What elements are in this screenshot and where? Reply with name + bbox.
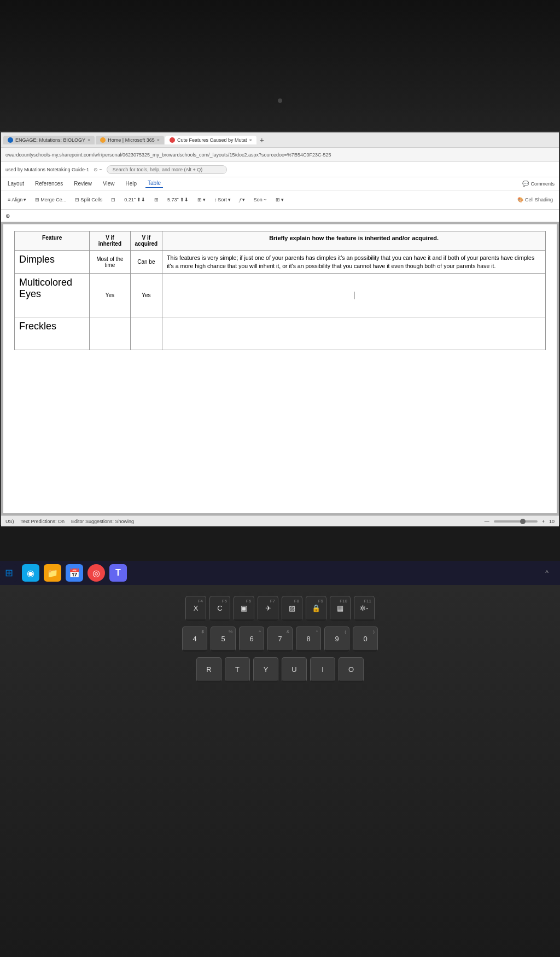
cell-shading-button[interactable]: 🎨 Cell Shading <box>515 196 556 204</box>
sort-button[interactable]: ↕ Sort ▾ <box>211 195 234 204</box>
table-row-multicolored-eyes: Multicolored Eyes Yes Yes <box>15 274 546 317</box>
key-5[interactable]: % 5 <box>211 627 236 652</box>
table-grid-icon: ⊞ <box>197 197 202 202</box>
key-f10[interactable]: F10 ▦ <box>330 596 351 621</box>
chrome-taskbar-icon[interactable]: ◎ <box>88 564 105 582</box>
version-indicator: ⊙ ~ <box>94 167 102 172</box>
width-field[interactable]: 5.73" ⬆⬇ <box>164 195 192 204</box>
menu-references[interactable]: References <box>33 179 65 188</box>
edge-taskbar-icon[interactable]: ◉ <box>22 564 39 582</box>
new-tab-button[interactable]: + <box>260 136 264 144</box>
key-9[interactable]: ( 9 <box>324 627 349 652</box>
key-0[interactable]: ) 0 <box>353 627 378 652</box>
align-button[interactable]: ≡ Align ▾ <box>4 195 30 204</box>
zoom-thumb[interactable] <box>520 519 526 524</box>
borders-button[interactable]: ⊞ ▾ <box>272 195 287 204</box>
key-f5[interactable]: F5 C <box>209 596 230 621</box>
explain-multicolored[interactable] <box>162 274 546 317</box>
tab-label-cute: Cute Features Caused by Mutat <box>177 137 247 143</box>
key-o[interactable]: O <box>339 657 364 682</box>
key-u[interactable]: U <box>282 657 307 682</box>
plus-zoom[interactable]: + <box>542 519 545 524</box>
tab-close-m365[interactable]: × <box>157 137 160 143</box>
explain-freckles[interactable] <box>162 317 546 350</box>
tab-engage[interactable]: ENGAGE: Mutations: BIOLOGY × <box>3 136 95 144</box>
menu-help[interactable]: Help <box>123 179 139 188</box>
document-content[interactable]: Feature V ifinherited V ifacquired Brief… <box>3 224 557 513</box>
menu-table[interactable]: Table <box>145 179 163 188</box>
zoom-value: 10 <box>549 519 555 524</box>
menu-review[interactable]: Review <box>72 179 94 188</box>
key-f9[interactable]: F9 🔒 <box>306 596 326 621</box>
key-8[interactable]: * 8 <box>296 627 321 652</box>
col-header-feature: Feature <box>15 231 90 251</box>
key-i-main: I <box>322 665 324 674</box>
sort-icon: ↕ <box>214 197 217 202</box>
tab-cute-features[interactable]: Cute Features Caused by Mutat × <box>165 136 256 144</box>
width-stepper[interactable]: ⬆⬇ <box>180 197 189 202</box>
dimension-stepper[interactable]: ⬆⬇ <box>137 197 145 202</box>
tab-label-m365: Home | Microsoft 365 <box>108 137 154 143</box>
split-label: Split Cells <box>80 197 102 202</box>
acquired-dimples: Can be <box>130 251 162 274</box>
address-bar[interactable]: owardcountyschools-my.sharepoint.com/w/r… <box>1 148 559 162</box>
key-y[interactable]: Y <box>253 657 278 682</box>
key-dollar-label: $ <box>202 629 204 634</box>
key-f6[interactable]: F6 ▣ <box>234 596 254 621</box>
key-f7[interactable]: F7 ✈ <box>258 596 278 621</box>
key-f4[interactable]: F4 X <box>185 596 206 621</box>
editor-suggestions-status[interactable]: Editor Suggestions: Showing <box>71 519 134 524</box>
search-box[interactable]: Search for tools, help, and more (Alt + … <box>107 165 227 174</box>
taskbar: ⊞ ◉ 📁 📅 ◎ T ^ <box>0 561 560 585</box>
zoom-slider[interactable] <box>494 520 538 523</box>
comments-button[interactable]: 💬 Comments <box>522 181 555 187</box>
grid-button[interactable]: ⊞ <box>151 195 162 204</box>
table-properties-button[interactable]: ⊡ <box>108 195 119 204</box>
merge-label: Merge Ce... <box>40 197 66 202</box>
doc-content-area: Feature V ifinherited V ifacquired Brief… <box>3 224 557 355</box>
calendar-taskbar-icon[interactable]: 📅 <box>66 564 83 582</box>
tab-close-cute[interactable]: × <box>249 137 252 143</box>
dimension-field[interactable]: 0.21" ⬆⬇ <box>121 195 149 204</box>
files-taskbar-icon[interactable]: 📁 <box>44 564 61 582</box>
key-r[interactable]: R <box>196 657 221 682</box>
col-header-inherited: V ifinherited <box>90 231 130 251</box>
key-y-main: Y <box>264 665 269 674</box>
formula-button[interactable]: 𝑓 ▾ <box>236 195 248 205</box>
son-button[interactable]: Son ~ <box>250 195 270 204</box>
windows-taskbar-icon[interactable]: ⊞ <box>0 564 18 582</box>
notification-area[interactable]: ^ <box>538 564 556 582</box>
key-4[interactable]: $ 4 <box>182 627 207 652</box>
menu-layout[interactable]: Layout <box>5 179 26 188</box>
menu-view[interactable]: View <box>101 179 117 188</box>
key-7-main: 7 <box>278 635 282 643</box>
tab-close-engage[interactable]: × <box>88 137 90 143</box>
ribbon-row-2: ⊕ <box>1 210 559 222</box>
key-t[interactable]: T <box>225 657 250 682</box>
explain-dimples[interactable]: This features is very simple; if just on… <box>162 251 546 274</box>
key-i[interactable]: I <box>310 657 335 682</box>
table-grid-view[interactable]: ⊞ ▾ <box>194 195 209 204</box>
key-9-main: 9 <box>335 635 339 643</box>
sort-dropdown-icon: ▾ <box>228 197 231 202</box>
key-t-main: T <box>235 665 240 674</box>
merge-icon: ⊞ <box>35 197 39 202</box>
key-f5-label: F5 <box>222 599 227 604</box>
teams-taskbar-icon[interactable]: T <box>109 564 127 582</box>
key-percent-label: % <box>229 629 232 634</box>
align-dropdown-icon: ▾ <box>24 197 26 202</box>
split-cells-button[interactable]: ⊟ Split Cells <box>72 195 106 204</box>
merge-cells-button[interactable]: ⊞ Merge Ce... <box>32 195 69 204</box>
number-key-row: $ 4 % 5 ^ 6 & 7 * 8 ( 9 ) 0 <box>182 627 378 652</box>
ribbon-menu-bar: Layout References Review View Help Table… <box>1 177 559 190</box>
text-predictions-status[interactable]: Text Predictions: On <box>21 519 65 524</box>
key-f7-icon: ✈ <box>265 604 271 612</box>
tab-microsoft365[interactable]: Home | Microsoft 365 × <box>96 136 164 144</box>
key-f8[interactable]: F8 ▨ <box>282 596 302 621</box>
table-row-freckles: Freckles <box>15 317 546 350</box>
key-7[interactable]: & 7 <box>267 627 293 652</box>
cursor-blink <box>354 292 354 299</box>
key-f11[interactable]: F11 ✲- <box>354 596 375 621</box>
key-6[interactable]: ^ 6 <box>239 627 264 652</box>
minus-zoom[interactable]: — <box>485 519 489 524</box>
